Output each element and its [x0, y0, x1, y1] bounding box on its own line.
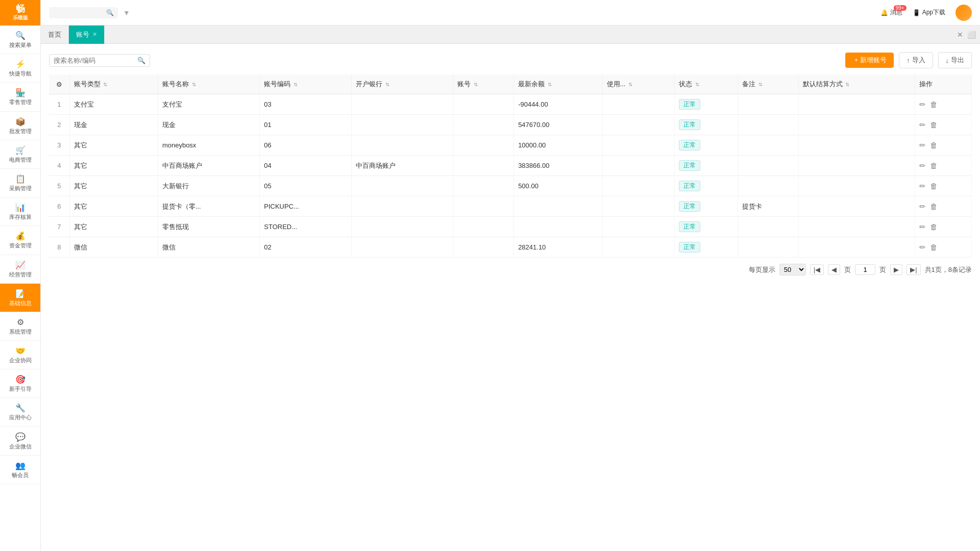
import-icon: ↑ — [906, 57, 910, 64]
table-row: 2 现金 现金 01 547670.00 正常 ✏ 🗑 — [49, 115, 972, 135]
tab-expand-icon[interactable]: ⬜ — [967, 31, 976, 39]
target-icon: 🎯 — [15, 374, 26, 384]
sidebar-item-management[interactable]: 📈 经营管理 — [0, 255, 40, 284]
delete-button[interactable]: 🗑 — [930, 141, 938, 150]
cell-bank — [351, 237, 453, 258]
message-button[interactable]: 🔔 消息 99+ — [880, 8, 902, 17]
first-page-button[interactable]: |◀ — [810, 264, 824, 275]
edit-button[interactable]: ✏ — [919, 141, 926, 150]
sidebar-item-enterprise-wechat[interactable]: 💬 企业微信 — [0, 427, 40, 456]
th-bank[interactable]: 开户银行 ⇅ — [351, 74, 453, 94]
page-size-select[interactable]: 50 100 — [779, 264, 806, 276]
import-button[interactable]: ↑ 导入 — [899, 52, 933, 68]
th-account-number-label: 账号 — [457, 80, 471, 88]
top-navigation: 🔍 ▼ 🔔 消息 99+ 📱 App下载 — [41, 0, 980, 26]
topnav-search-icon: 🔍 — [106, 9, 114, 16]
sidebar-item-ecommerce[interactable]: 🛒 电商管理 — [0, 140, 40, 169]
cell-usage — [602, 196, 675, 217]
sidebar-item-member[interactable]: 👥 畅会员 — [0, 456, 40, 484]
delete-button[interactable]: 🗑 — [930, 182, 938, 191]
cell-code: 05 — [260, 176, 352, 196]
cell-account — [453, 237, 514, 258]
sidebar-item-collaboration[interactable]: 🤝 企业协同 — [0, 341, 40, 369]
th-account-code[interactable]: 账号编码 ⇅ — [260, 74, 352, 94]
tab-home-label: 首页 — [48, 30, 61, 39]
delete-button[interactable]: 🗑 — [930, 243, 938, 252]
th-balance[interactable]: 最新余额 ⇅ — [514, 74, 602, 94]
search-box[interactable]: 🔍 — [49, 54, 150, 67]
accounts-table: ⚙ 账号类型 ⇅ 账号名称 ⇅ 账号编码 ⇅ 开户银行 — [49, 74, 972, 258]
chat-icon: 💬 — [15, 432, 26, 442]
topnav-search-box[interactable]: 🔍 — [49, 7, 118, 18]
status-badge: 正常 — [679, 221, 700, 232]
cell-default-settle — [798, 115, 915, 135]
sidebar-item-retail[interactable]: 🏪 零售管理 — [0, 83, 40, 111]
last-page-button[interactable]: ▶| — [906, 264, 920, 275]
export-button[interactable]: ↓ 导出 — [938, 52, 972, 68]
prev-page-button[interactable]: ◀ — [828, 264, 840, 275]
sidebar-item-finance[interactable]: 💰 资金管理 — [0, 226, 40, 255]
cell-default-settle — [798, 94, 915, 115]
cell-code: 04 — [260, 156, 352, 176]
cell-bank — [351, 135, 453, 156]
th-status-label: 状态 — [679, 80, 692, 88]
sidebar-item-app-center[interactable]: 🔧 应用中心 — [0, 398, 40, 427]
edit-button[interactable]: ✏ — [919, 243, 926, 252]
delete-button[interactable]: 🗑 — [930, 222, 938, 232]
th-status[interactable]: 状态 ⇅ — [675, 74, 738, 94]
cell-name: 现金 — [158, 115, 259, 135]
sidebar-item-system[interactable]: ⚙ 系统管理 — [0, 312, 40, 341]
th-account-type[interactable]: 账号类型 ⇅ — [69, 74, 158, 94]
sidebar-item-quick-nav[interactable]: ⚡ 快捷导航 — [0, 54, 40, 83]
search-input[interactable] — [54, 57, 135, 64]
page-content: 🔍 + 新增账号 ↑ 导入 ↓ 导出 — [41, 44, 980, 551]
sidebar-item-wholesale[interactable]: 📦 批发管理 — [0, 112, 40, 140]
sidebar-item-inventory[interactable]: 📊 库存核算 — [0, 197, 40, 226]
th-default-settle[interactable]: 默认结算方式 ⇅ — [798, 74, 915, 94]
sidebar-item-label: 系统管理 — [9, 329, 32, 335]
th-account-number[interactable]: 账号 ⇅ — [453, 74, 514, 94]
sort-icon: ⇅ — [548, 82, 552, 87]
edit-button[interactable]: ✏ — [919, 161, 926, 170]
edit-button[interactable]: ✏ — [919, 100, 926, 109]
cell-no: 4 — [49, 156, 69, 176]
handshake-icon: 🤝 — [15, 346, 26, 356]
sidebar-item-guide[interactable]: 🎯 新手引导 — [0, 369, 40, 398]
sidebar-item-basic-info[interactable]: 📝 基础信息 — [0, 284, 40, 312]
th-account-name[interactable]: 账号名称 ⇅ — [158, 74, 259, 94]
sidebar-item-search[interactable]: 🔍 搜索菜单 — [0, 26, 40, 54]
edit-button[interactable]: ✏ — [919, 202, 926, 211]
th-settings[interactable]: ⚙ — [49, 74, 69, 94]
topnav-search-input[interactable] — [53, 9, 104, 16]
page-size-label: 每页显示 — [749, 265, 775, 274]
cell-balance — [514, 217, 602, 237]
tab-minimize-icon[interactable]: ✕ — [957, 31, 963, 39]
sidebar-item-purchase[interactable]: 📋 采购管理 — [0, 169, 40, 197]
delete-button[interactable]: 🗑 — [930, 161, 938, 170]
edit-button[interactable]: ✏ — [919, 182, 926, 191]
topnav-dropdown[interactable]: ▼ — [123, 9, 130, 17]
delete-button[interactable]: 🗑 — [930, 100, 938, 109]
user-avatar[interactable] — [955, 5, 972, 21]
page-input[interactable] — [855, 264, 875, 275]
status-badge: 正常 — [679, 201, 700, 212]
edit-button[interactable]: ✏ — [919, 120, 926, 130]
app-logo: 畅 乐嗖版 — [0, 0, 40, 26]
next-page-button[interactable]: ▶ — [890, 264, 902, 275]
edit-button[interactable]: ✏ — [919, 222, 926, 232]
th-remark[interactable]: 备注 ⇅ — [738, 74, 798, 94]
add-account-label: + 新增账号 — [854, 56, 887, 65]
tab-close-icon[interactable]: ✕ — [92, 31, 97, 38]
cell-code: STORED... — [260, 217, 352, 237]
add-account-button[interactable]: + 新增账号 — [845, 53, 894, 68]
app-download-button[interactable]: 📱 App下载 — [913, 8, 945, 17]
gear-icon: ⚙ — [17, 317, 24, 327]
cell-actions: ✏ 🗑 — [915, 196, 971, 217]
tab-home[interactable]: 首页 — [41, 26, 69, 44]
tab-account[interactable]: 账号 ✕ — [69, 26, 105, 44]
table-row: 1 支付宝 支付宝 03 -90444.00 正常 ✏ 🗑 — [49, 94, 972, 115]
delete-button[interactable]: 🗑 — [930, 120, 938, 130]
th-usage[interactable]: 使用... ⇅ — [602, 74, 675, 94]
th-usage-label: 使用... — [607, 80, 626, 88]
delete-button[interactable]: 🗑 — [930, 202, 938, 211]
